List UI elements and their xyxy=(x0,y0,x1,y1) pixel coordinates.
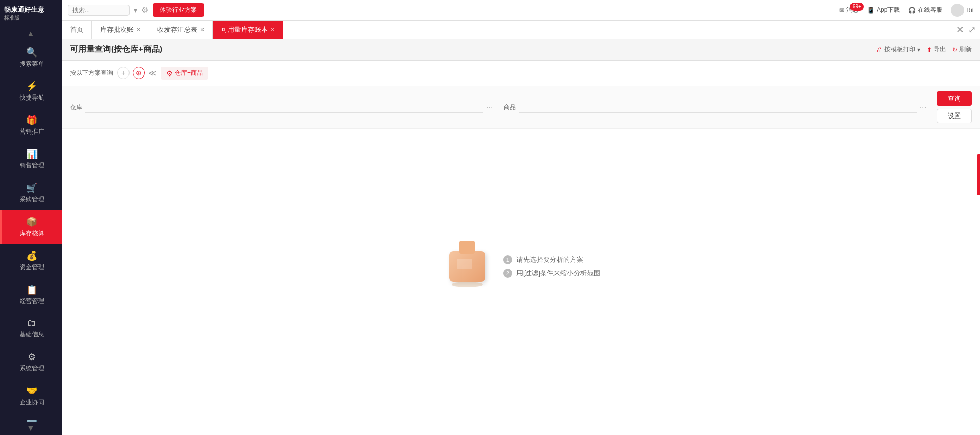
sidebar-item-base[interactable]: 🗂 基础信息 xyxy=(0,312,62,345)
content-area: 可用量查询(按仓库+商品) 🖨 按模板打印 ▾ ⬆ 导出 ↻ 刷新 按以下方案 xyxy=(62,39,980,435)
filter-right-buttons: 查询 设置 xyxy=(937,91,972,123)
search-icon: 🔍 xyxy=(26,47,38,58)
tab-summary-label: 收发存汇总表 xyxy=(157,25,197,34)
goods-more-icon[interactable]: ··· xyxy=(920,103,927,112)
message-badge: 99+ xyxy=(850,3,864,11)
filter-item-icon: ⚙ xyxy=(166,69,173,78)
tab-batch[interactable]: 库存批次账 × xyxy=(92,21,149,39)
sidebar-item-system[interactable]: ⚙ 系统管理 xyxy=(0,345,62,379)
close-all-tabs-button[interactable]: ✕ xyxy=(956,24,964,35)
app-download-button[interactable]: 📱 App下载 xyxy=(867,6,900,14)
empty-illustration xyxy=(441,236,493,287)
sidebar: 畅康通好生意 标准版 ▲ 🔍 搜索菜单 ⚡ 快捷导航 🎁 营销推广 📊 销售管理… xyxy=(0,0,62,435)
export-button[interactable]: ⬆ 导出 xyxy=(927,45,946,54)
empty-tip-2: 2 用[过滤]条件来缩小分析范围 xyxy=(503,269,600,278)
sidebar-item-label: 营销推广 xyxy=(20,127,44,136)
system-icon: ⚙ xyxy=(28,351,36,363)
filter-actions: + ⊕ ≪ xyxy=(117,67,157,79)
goods-field: 商品 ··· xyxy=(504,102,927,113)
filter-section-label: 按以下方案查询 xyxy=(70,67,113,78)
sidebar-item-finance[interactable]: 💰 资金管理 xyxy=(0,244,62,278)
tab-available-close[interactable]: × xyxy=(271,26,274,33)
avatar xyxy=(951,4,964,17)
tab-home-label: 首页 xyxy=(70,25,83,34)
inventory-icon: 📦 xyxy=(26,216,38,228)
sidebar-item-purchase[interactable]: 🛒 采购管理 xyxy=(0,176,62,210)
filter-settings-button[interactable]: ⊕ xyxy=(133,67,145,79)
page-title: 可用量查询(按仓库+商品) xyxy=(70,44,162,55)
export-label: 导出 xyxy=(934,45,946,54)
add-filter-button[interactable]: + xyxy=(117,67,130,79)
tabs-bar: 首页 库存批次账 × 收发存汇总表 × 可用量库存账本 × ✕ ⤢ xyxy=(62,21,980,39)
marketing-icon: 🎁 xyxy=(26,115,38,126)
app-name: 畅康通好生意 xyxy=(4,5,58,14)
query-button[interactable]: 查询 xyxy=(937,91,972,106)
sidebar-item-label: 采购管理 xyxy=(20,195,44,204)
sidebar-item-label: 库存核算 xyxy=(20,229,44,238)
tip-num-1: 1 xyxy=(503,255,512,264)
main-area: ▾ ⚙ 体验行业方案 ✉ 消息 99+ 📱 App下载 🎧 在线客服 Rit xyxy=(62,0,980,435)
sidebar-item-search[interactable]: 🔍 搜索菜单 xyxy=(0,41,62,74)
export-icon: ⬆ xyxy=(927,46,932,53)
filter-items: ⚙ 仓库+商品 xyxy=(161,67,208,80)
sidebar-item-marketing[interactable]: 🎁 营销推广 xyxy=(0,108,62,142)
app-label: App下载 xyxy=(877,6,900,14)
sidebar-item-label: 系统管理 xyxy=(20,364,44,373)
filter-collapse-button[interactable]: ≪ xyxy=(148,68,157,78)
filter-item-warehouse-goods[interactable]: ⚙ 仓库+商品 xyxy=(161,67,208,80)
tab-summary[interactable]: 收发存汇总表 × xyxy=(149,21,213,39)
sidebar-scroll-down[interactable]: ▼ xyxy=(0,422,62,435)
operation-icon: 📋 xyxy=(26,284,38,295)
sidebar-logo: 畅康通好生意 标准版 xyxy=(0,0,62,27)
empty-state: 1 请先选择要分析的方案 2 用[过滤]条件来缩小分析范围 xyxy=(62,129,980,435)
tab-batch-close[interactable]: × xyxy=(137,26,140,33)
message-button[interactable]: ✉ 消息 99+ xyxy=(839,6,859,14)
sidebar-item-guide[interactable]: 🆕 新手引导 xyxy=(0,413,62,422)
chevron-down-icon[interactable]: ▾ xyxy=(134,6,137,14)
empty-tips: 1 请先选择要分析的方案 2 用[过滤]条件来缩小分析范围 xyxy=(503,255,600,278)
refresh-button[interactable]: ↻ 刷新 xyxy=(952,45,972,54)
filter-section: 按以下方案查询 + ⊕ ≪ ⚙ 仓库+商品 xyxy=(62,61,980,86)
user-menu[interactable]: Rit xyxy=(951,4,974,17)
tab-summary-close[interactable]: × xyxy=(200,26,204,33)
warehouse-more-icon[interactable]: ··· xyxy=(486,103,493,112)
warehouse-input[interactable] xyxy=(85,102,483,113)
sidebar-scroll-up[interactable]: ▲ xyxy=(0,27,62,41)
print-chevron: ▾ xyxy=(917,46,920,53)
service-label: 在线客服 xyxy=(918,6,942,14)
search-input[interactable] xyxy=(68,5,130,16)
purchase-icon: 🛒 xyxy=(26,182,38,194)
page-header: 可用量查询(按仓库+商品) 🖨 按模板打印 ▾ ⬆ 导出 ↻ 刷新 xyxy=(62,39,980,61)
sidebar-item-inventory[interactable]: 📦 库存核算 xyxy=(0,210,62,244)
sidebar-item-sales[interactable]: 📊 销售管理 xyxy=(0,142,62,176)
username: Rit xyxy=(966,7,974,14)
tab-home[interactable]: 首页 xyxy=(62,21,92,39)
gear-icon[interactable]: ⚙ xyxy=(141,5,149,15)
empty-shadow xyxy=(452,282,483,287)
headset-icon: 🎧 xyxy=(908,7,916,14)
base-icon: 🗂 xyxy=(27,318,36,329)
sidebar-item-enterprise[interactable]: 🤝 企业协同 xyxy=(0,379,62,413)
sidebar-item-shortcut[interactable]: ⚡ 快捷导航 xyxy=(0,74,62,108)
print-button[interactable]: 🖨 按模板打印 ▾ xyxy=(876,45,920,54)
expand-button[interactable]: ⤢ xyxy=(968,24,976,35)
app-version: 标准版 xyxy=(4,14,58,22)
empty-face-icon xyxy=(459,241,475,254)
filter-row: 仓库 ··· 商品 ··· 查询 设置 xyxy=(62,86,980,129)
setting-button[interactable]: 设置 xyxy=(937,109,972,123)
sidebar-nav: 🔍 搜索菜单 ⚡ 快捷导航 🎁 营销推广 📊 销售管理 🛒 采购管理 📦 库存核… xyxy=(0,41,62,422)
empty-tip-1: 1 请先选择要分析的方案 xyxy=(503,255,600,264)
tab-batch-label: 库存批次账 xyxy=(100,25,134,34)
warehouse-label: 仓库 xyxy=(70,103,82,112)
tab-available-label: 可用量库存账本 xyxy=(221,25,268,34)
goods-input[interactable] xyxy=(519,102,917,113)
sidebar-item-operation[interactable]: 📋 经营管理 xyxy=(0,278,62,312)
filter-item-label: 仓库+商品 xyxy=(175,69,203,78)
online-service-button[interactable]: 🎧 在线客服 xyxy=(908,6,942,14)
refresh-icon: ↻ xyxy=(952,46,957,53)
sidebar-item-label: 企业协同 xyxy=(20,398,44,407)
tab-available[interactable]: 可用量库存账本 × xyxy=(213,21,283,39)
enterprise-icon: 🤝 xyxy=(26,385,38,396)
sidebar-item-label: 快捷导航 xyxy=(20,93,44,102)
trial-button[interactable]: 体验行业方案 xyxy=(153,3,204,17)
